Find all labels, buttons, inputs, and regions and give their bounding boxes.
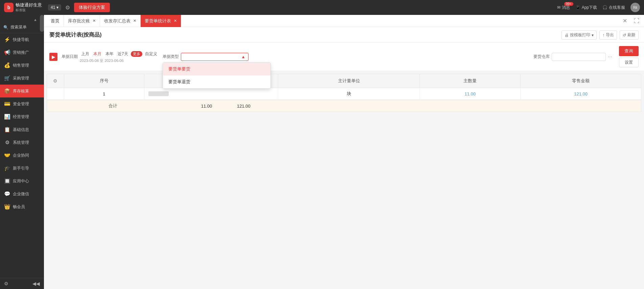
date-filter-group: 单据日期 上月 本月 本年 近7天 更多 自定义 2023-05-06 至 20… bbox=[62, 50, 159, 63]
topbar: b 畅捷通好生意 标准版 41 ▾ ⚙ 体验行业方案 ✉ 消息 99+ 📱 Ap… bbox=[0, 0, 644, 15]
sidebar-item-operation[interactable]: 📊 经营管理 bbox=[0, 110, 44, 123]
main-qty-link[interactable]: 11.00 bbox=[464, 91, 476, 96]
print-button[interactable]: 🖨 按模板打印 ▾ bbox=[562, 30, 597, 40]
app-download-label: App下载 bbox=[582, 5, 597, 10]
refresh-label: 刷新 bbox=[627, 32, 636, 38]
main-layout: ▲ 🔍 搜索菜单 ⚡ 快捷导航 📢 营销推广 💰 销售管理 🛒 采购管理 📦 库… bbox=[0, 15, 644, 289]
trial-button[interactable]: 体验行业方案 bbox=[74, 3, 110, 12]
warehouse-more-icon[interactable]: ··· bbox=[608, 54, 612, 60]
marketing-icon: 📢 bbox=[4, 49, 10, 55]
type-dropdown: 要货单要货 要货单退货 bbox=[163, 62, 271, 89]
sidebar-item-label: 企业协同 bbox=[13, 153, 29, 158]
export-icon: ↑ bbox=[602, 33, 604, 38]
sidebar-collapse-icon[interactable]: ◀◀ bbox=[32, 281, 40, 286]
row-product-cell bbox=[144, 88, 278, 100]
sidebar-item-finance[interactable]: 💳 资金管理 bbox=[0, 97, 44, 110]
settings-icon[interactable]: ⚙ bbox=[64, 4, 71, 11]
sidebar-item-enterprise[interactable]: 🤝 企业协同 bbox=[0, 149, 44, 162]
tab-close-all-icon[interactable]: ✕ bbox=[621, 18, 629, 24]
table-gear-icon[interactable]: ⚙ bbox=[51, 77, 59, 85]
retail-amount-link[interactable]: 121.00 bbox=[574, 91, 588, 96]
wechat-icon: 💬 bbox=[4, 191, 10, 197]
table-container: ⚙ 序号 商品 主计量单位 主数量 零售金额 1 bbox=[47, 74, 641, 112]
table-footer: 合计 11.00 121.00 bbox=[47, 100, 641, 112]
col-unit-header: 主计量单位 bbox=[278, 74, 420, 88]
sidebar-search[interactable]: 🔍 搜索菜单 bbox=[0, 22, 44, 33]
export-button[interactable]: ↑ 导出 bbox=[599, 30, 617, 40]
col-main-qty-header: 主数量 bbox=[420, 74, 521, 88]
data-table: ⚙ 序号 商品 主计量单位 主数量 零售金额 1 bbox=[47, 74, 641, 100]
col-gear: ⚙ bbox=[47, 74, 64, 88]
sidebar-top-collapse[interactable]: ▲ bbox=[33, 18, 37, 22]
messages-button[interactable]: ✉ 消息 99+ bbox=[557, 5, 570, 10]
refresh-icon: ↺ bbox=[623, 33, 626, 38]
tab-expand-icon[interactable]: ⛶ bbox=[632, 18, 641, 24]
date-btn-last-7-days[interactable]: 近7天 bbox=[116, 50, 129, 58]
filter-expand-button[interactable]: ▶ bbox=[49, 53, 57, 61]
footer-main-qty: 11.00 bbox=[193, 104, 220, 109]
sidebar-item-wechat[interactable]: 💬 企业微信 bbox=[0, 187, 44, 200]
date-btn-custom[interactable]: 自定义 bbox=[144, 50, 159, 58]
tab-inventory-batch[interactable]: 库存批次账 ✕ bbox=[64, 15, 100, 27]
operation-icon: 📊 bbox=[4, 114, 10, 120]
tab-receivable-summary-close[interactable]: ✕ bbox=[133, 19, 136, 23]
date-btn-last-month[interactable]: 上月 bbox=[80, 50, 91, 58]
brand-name: 畅捷通好生意 bbox=[16, 2, 42, 8]
online-service-label: 在线客服 bbox=[609, 5, 625, 10]
base-icon: 📋 bbox=[4, 127, 10, 133]
sidebar-item-base[interactable]: 📋 基础信息 bbox=[0, 123, 44, 136]
export-label: 导出 bbox=[606, 32, 614, 38]
type-selector-input[interactable]: ▲ bbox=[181, 53, 248, 61]
date-buttons: 上月 本月 本年 近7天 更多 自定义 bbox=[80, 50, 159, 58]
sidebar-item-guide[interactable]: 🎓 新手引导 bbox=[0, 162, 44, 175]
tab-order-summary[interactable]: 要货单统计表 ✕ bbox=[141, 15, 181, 27]
sidebar-settings-icon[interactable]: ⚙ bbox=[4, 281, 8, 286]
store-selector[interactable]: 41 ▾ bbox=[48, 4, 61, 10]
headset-icon: 🎧 bbox=[602, 5, 607, 10]
tab-receivable-summary[interactable]: 收发存汇总表 ✕ bbox=[100, 15, 141, 27]
message-badge: 99+ bbox=[564, 2, 573, 6]
user-avatar[interactable]: Rit bbox=[630, 3, 640, 12]
sidebar-item-quick-nav[interactable]: ⚡ 快捷导航 bbox=[0, 33, 44, 46]
print-chevron-icon: ▾ bbox=[592, 33, 594, 38]
app-download-button[interactable]: 📱 App下载 bbox=[575, 5, 597, 10]
date-btn-this-year[interactable]: 本年 bbox=[104, 50, 115, 58]
sidebar-item-system[interactable]: ⚙ 系统管理 bbox=[0, 136, 44, 149]
page-header-actions: 🖨 按模板打印 ▾ ↑ 导出 ↺ 刷新 bbox=[562, 30, 639, 40]
sidebar-item-label: 营销推广 bbox=[13, 50, 29, 55]
sidebar-item-label: 应用中心 bbox=[13, 178, 29, 184]
date-btn-more[interactable]: 更多 bbox=[131, 51, 142, 57]
warehouse-input[interactable] bbox=[552, 53, 606, 61]
page-title: 要货单统计表(按商品) bbox=[49, 31, 102, 39]
sidebar: ▲ 🔍 搜索菜单 ⚡ 快捷导航 📢 营销推广 💰 销售管理 🛒 采购管理 📦 库… bbox=[0, 15, 44, 289]
scrollbar-handle bbox=[40, 15, 44, 32]
setting-button[interactable]: 设置 bbox=[619, 58, 639, 67]
store-name: 41 bbox=[51, 5, 55, 10]
sidebar-item-label: 销售管理 bbox=[13, 63, 29, 68]
col-retail-amount-header: 零售金额 bbox=[521, 74, 641, 88]
tab-home[interactable]: 首页 bbox=[47, 15, 64, 27]
date-filter-options: 上月 本月 本年 近7天 更多 自定义 2023-05-06 至 2023-06… bbox=[80, 50, 159, 63]
print-icon: 🖨 bbox=[565, 33, 569, 38]
date-btn-this-month[interactable]: 本月 bbox=[92, 50, 103, 58]
sidebar-bottom: ⚙ ◀◀ bbox=[0, 278, 44, 289]
sidebar-item-sales[interactable]: 💰 销售管理 bbox=[0, 59, 44, 72]
sidebar-item-member[interactable]: 👑 畅会员 bbox=[0, 200, 44, 213]
query-button[interactable]: 查询 bbox=[619, 46, 639, 56]
store-chevron-icon: ▾ bbox=[56, 5, 58, 10]
online-service-button[interactable]: 🎧 在线客服 bbox=[602, 5, 625, 10]
sidebar-item-inventory[interactable]: 📦 库存核算 bbox=[0, 85, 44, 97]
refresh-button[interactable]: ↺ 刷新 bbox=[620, 30, 639, 40]
sidebar-item-marketing[interactable]: 📢 营销推广 bbox=[0, 46, 44, 59]
warehouse-filter-label: 要货仓库 bbox=[533, 54, 550, 60]
sidebar-item-purchase[interactable]: 🛒 采购管理 bbox=[0, 72, 44, 85]
sidebar-item-app-center[interactable]: 🔲 应用中心 bbox=[0, 175, 44, 187]
app-download-icon: 📱 bbox=[575, 5, 580, 10]
dropdown-item-order-return[interactable]: 要货单退货 bbox=[163, 75, 270, 88]
enterprise-icon: 🤝 bbox=[4, 152, 10, 158]
tab-inventory-batch-close[interactable]: ✕ bbox=[93, 19, 96, 23]
sidebar-item-label: 新手引导 bbox=[13, 165, 29, 171]
dropdown-item-order-purchase[interactable]: 要货单要货 bbox=[163, 63, 270, 75]
tab-order-summary-close[interactable]: ✕ bbox=[174, 19, 177, 23]
sidebar-item-label: 系统管理 bbox=[13, 140, 29, 146]
